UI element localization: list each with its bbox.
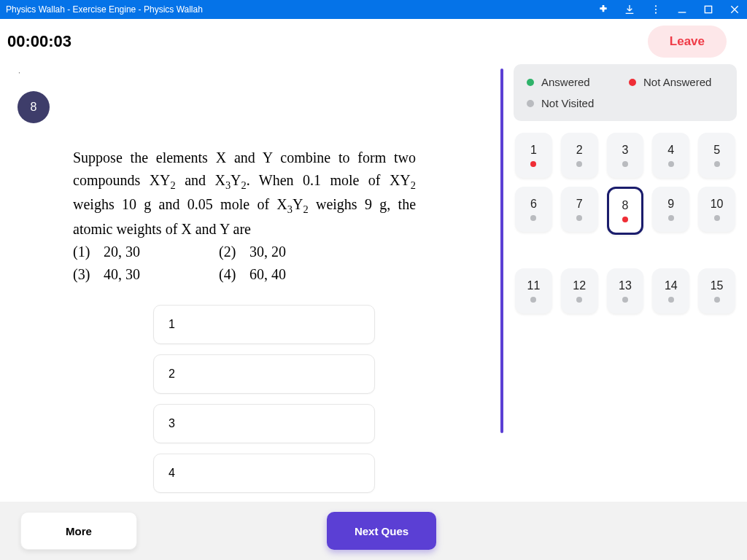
more-button[interactable]: More: [20, 512, 137, 550]
next-question-button[interactable]: Next Ques: [327, 512, 436, 550]
question-text: Suppose the elements X and Y combine to …: [73, 147, 416, 286]
caret-mark: ᾿: [18, 71, 486, 79]
leave-button[interactable]: Leave: [648, 26, 727, 58]
legend-not-answered: Not Answered: [629, 76, 724, 88]
palette-q-2[interactable]: 2: [561, 133, 598, 178]
svg-rect-3: [705, 6, 711, 12]
palette-q-7[interactable]: 7: [561, 187, 598, 232]
dot-not-visited-icon: [527, 100, 534, 107]
kebab-menu-icon[interactable]: [649, 3, 662, 16]
palette-q-number: 3: [622, 144, 629, 157]
legend-answered: Answered: [527, 76, 622, 88]
palette-status-dot-icon: [576, 215, 582, 221]
window-titlebar: Physics Wallah - Exercise Engine - Physi…: [0, 0, 747, 19]
maximize-icon[interactable]: [702, 3, 715, 16]
palette-q-number: 5: [713, 144, 720, 157]
palette-q-1[interactable]: 1: [515, 133, 552, 178]
palette-q-number: 13: [619, 279, 632, 292]
palette-status-dot-icon: [576, 297, 582, 303]
palette-status-dot-icon: [668, 297, 674, 303]
palette-separator: [515, 244, 735, 260]
close-icon[interactable]: [728, 3, 741, 16]
palette-q-5[interactable]: 5: [698, 133, 735, 178]
download-icon[interactable]: [623, 3, 636, 16]
palette-status-dot-icon: [530, 215, 536, 221]
palette-q-number: 7: [576, 198, 583, 211]
dot-answered-icon: [527, 79, 534, 86]
palette-q-11[interactable]: 11: [515, 268, 552, 314]
main-body: ᾿ 8 Suppose the elements X and Y combine…: [0, 64, 747, 502]
palette-status-dot-icon: [622, 161, 628, 167]
extension-icon[interactable]: [597, 3, 610, 16]
palette-q-6[interactable]: 6: [515, 187, 552, 232]
svg-point-2: [655, 12, 657, 14]
palette-q-8[interactable]: 8: [607, 187, 644, 235]
palette-status-dot-icon: [622, 297, 628, 303]
palette-status-dot-icon: [714, 297, 720, 303]
palette-status-dot-icon: [530, 161, 536, 167]
palette-q-number: 11: [527, 279, 541, 292]
question-number-badge: 8: [18, 91, 50, 123]
palette-q-14[interactable]: 14: [652, 268, 689, 314]
palette-q-13[interactable]: 13: [607, 268, 644, 314]
palette-q-4[interactable]: 4: [652, 133, 689, 178]
answer-option-4[interactable]: 4: [153, 454, 375, 493]
palette-q-number: 2: [576, 144, 583, 157]
palette-status-dot-icon: [622, 217, 628, 222]
palette-q-number: 6: [530, 198, 537, 211]
window-title: Physics Wallah - Exercise Engine - Physi…: [6, 4, 597, 15]
palette-q-12[interactable]: 12: [561, 268, 598, 314]
window-controls: [597, 3, 741, 16]
bottom-bar: More Next Ques: [0, 502, 747, 560]
svg-point-0: [655, 5, 657, 7]
palette-q-number: 8: [622, 199, 629, 212]
palette-status-dot-icon: [714, 161, 720, 167]
palette-q-number: 12: [573, 279, 586, 292]
palette-q-15[interactable]: 15: [698, 268, 735, 314]
palette-q-number: 14: [665, 279, 678, 292]
palette-status-dot-icon: [714, 215, 720, 221]
question-pane: ᾿ 8 Suppose the elements X and Y combine…: [0, 64, 500, 502]
answer-option-1[interactable]: 1: [153, 305, 375, 344]
palette-q-10[interactable]: 10: [698, 187, 735, 232]
palette-q-9[interactable]: 9: [652, 187, 689, 232]
answer-option-2[interactable]: 2: [153, 354, 375, 394]
palette-pane: Answered Not Answered Not Visited 123456…: [503, 64, 747, 502]
palette-status-dot-icon: [530, 297, 536, 303]
palette-q-number: 4: [667, 144, 674, 157]
palette-q-3[interactable]: 3: [607, 133, 644, 178]
svg-point-1: [655, 9, 657, 10]
top-bar: 00:00:03 Leave: [0, 19, 747, 64]
timer: 00:00:03: [7, 32, 71, 51]
answer-option-3[interactable]: 3: [153, 404, 375, 443]
legend: Answered Not Answered Not Visited: [514, 64, 737, 121]
palette-q-number: 9: [667, 198, 674, 211]
legend-not-visited: Not Visited: [527, 97, 622, 109]
palette-status-dot-icon: [668, 215, 674, 221]
minimize-icon[interactable]: [676, 3, 689, 16]
answer-options: 1 2 3 4: [153, 305, 375, 493]
palette-status-dot-icon: [668, 161, 674, 167]
palette-status-dot-icon: [576, 161, 582, 167]
question-palette: 123456789101112131415: [514, 133, 737, 314]
palette-q-number: 15: [711, 279, 724, 292]
palette-q-number: 10: [711, 198, 724, 211]
dot-not-answered-icon: [629, 79, 636, 86]
palette-q-number: 1: [530, 144, 537, 157]
